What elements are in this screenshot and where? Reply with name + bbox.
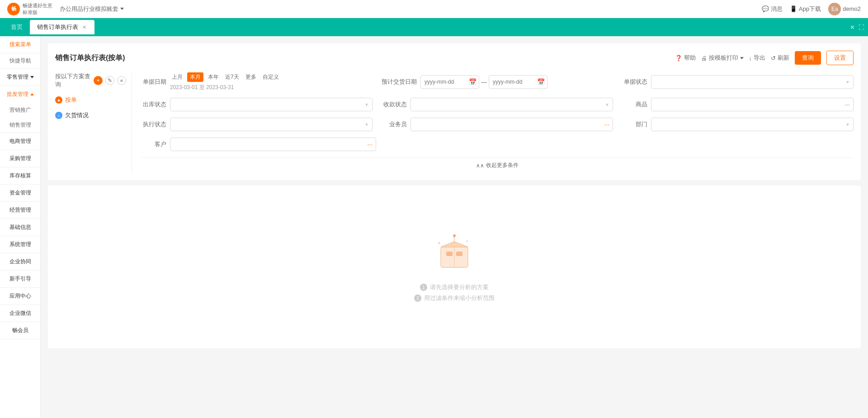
expected-date-group: 📅 — 📅 bbox=[420, 75, 547, 89]
filter-panel: 单据日期 上月 本月 本年 近7天 更多 自定义 bbox=[132, 72, 854, 173]
sidebar-item-inventory[interactable]: 库存核算 bbox=[0, 167, 40, 185]
expected-date-from-wrapper: 📅 bbox=[420, 75, 479, 89]
add-scheme-btn[interactable]: + bbox=[94, 76, 103, 85]
tab-sales-order[interactable]: 销售订单执行表 ✕ bbox=[30, 20, 94, 34]
sidebar-item-enterprise[interactable]: 企业协同 bbox=[0, 253, 40, 271]
export-btn[interactable]: ↓ 导出 bbox=[749, 54, 766, 62]
sidebar-item-finance[interactable]: 资金管理 bbox=[0, 185, 40, 202]
tab-home[interactable]: 首页 bbox=[4, 20, 30, 34]
filter-expected-date: 预计交货日期 📅 — 📅 bbox=[382, 75, 613, 89]
date-tag-more[interactable]: 更多 bbox=[244, 72, 258, 82]
filter-row-2: 出库状态 ▼ 收款状态 bbox=[141, 98, 854, 111]
status-select[interactable] bbox=[651, 75, 854, 89]
hint-num-1: 1 bbox=[420, 284, 427, 291]
sidebar: 搜索菜单 快捷导航 零售管理 批发管理 营销推广 销售管理 电商管理 bbox=[0, 36, 41, 418]
calendar-to-icon: 📅 bbox=[537, 78, 545, 86]
page-header-card: 销售订单执行表(按单) ❓ 帮助 🖨 按模板打印 ↓ bbox=[48, 43, 861, 180]
goods-label: 商品 bbox=[622, 100, 647, 109]
payment-status-select[interactable] bbox=[410, 98, 613, 111]
sidebar-item-wechat[interactable]: 企业微信 bbox=[0, 305, 40, 322]
content-area: 销售订单执行表(按单) ❓ 帮助 🖨 按模板打印 ↓ bbox=[41, 36, 868, 418]
sidebar-item-members[interactable]: 畅会员 bbox=[0, 322, 40, 339]
avatar: Ea bbox=[828, 3, 841, 15]
tab-bar: 首页 销售订单执行表 ✕ ✕ ⛶ bbox=[0, 18, 868, 36]
refresh-btn[interactable]: ↺ 刷新 bbox=[771, 54, 789, 62]
tab-expand-icon[interactable]: ⛶ bbox=[859, 24, 864, 31]
goods-input[interactable] bbox=[651, 98, 854, 111]
date-tag-last-month[interactable]: 上月 bbox=[170, 72, 184, 82]
salesperson-input[interactable] bbox=[410, 118, 613, 131]
chevron-up-icon bbox=[30, 93, 34, 95]
empty-illustration: ✦ ✦ bbox=[432, 229, 477, 274]
filter-layout: 按以下方案查询 + ✎ « ● 按单 ○ bbox=[55, 72, 854, 173]
delivery-status-label: 出库状态 bbox=[141, 100, 166, 109]
filter-exec-status: 执行状态 ▼ bbox=[141, 118, 373, 131]
sidebar-item-app-center[interactable]: 应用中心 bbox=[0, 288, 40, 305]
left-panel-header: 按以下方案查询 + ✎ « bbox=[55, 72, 126, 89]
sidebar-item-newbie[interactable]: 新手引导 bbox=[0, 271, 40, 288]
goods-control: ··· bbox=[651, 98, 854, 111]
sidebar-item-retail[interactable]: 零售管理 bbox=[0, 69, 40, 86]
print-dropdown-icon bbox=[740, 57, 744, 59]
customer-more-icon[interactable]: ··· bbox=[367, 141, 373, 148]
main-layout: 搜索菜单 快捷导航 零售管理 批发管理 营销推广 销售管理 电商管理 bbox=[0, 36, 868, 418]
date-separator: — bbox=[481, 79, 487, 86]
sidebar-item-base-info[interactable]: 基础信息 bbox=[0, 219, 40, 236]
sidebar-item-marketing[interactable]: 营销推广 bbox=[0, 103, 40, 118]
date-tag-custom[interactable]: 自定义 bbox=[261, 72, 281, 82]
tab-bar-right: ✕ ⛶ bbox=[850, 24, 864, 31]
tab-close-icon[interactable]: ✕ bbox=[81, 24, 87, 30]
customer-input[interactable] bbox=[170, 138, 376, 151]
company-selector[interactable]: 办公用品行业模拟账套 bbox=[56, 3, 127, 15]
top-header: 畅 畅捷通好生意 标准版 办公用品行业模拟账套 💬 消息 📱 App下载 Ea … bbox=[0, 0, 868, 18]
date-control: 上月 本月 本年 近7天 更多 自定义 2023-03-01 至 2023-03… bbox=[170, 72, 373, 91]
salesperson-label: 业务员 bbox=[382, 120, 407, 128]
date-tag-this-month[interactable]: 本月 bbox=[187, 72, 203, 82]
customer-label: 客户 bbox=[141, 140, 166, 148]
sidebar-item-procurement[interactable]: 采购管理 bbox=[0, 150, 40, 167]
query-btn[interactable]: 查询 bbox=[795, 51, 821, 65]
collapse-panel-btn[interactable]: « bbox=[117, 76, 126, 85]
dept-select[interactable] bbox=[651, 118, 854, 131]
sidebar-item-sales[interactable]: 销售管理 bbox=[0, 118, 40, 133]
date-range-display: 2023-03-01 至 2023-03-31 bbox=[170, 84, 373, 91]
sidebar-item-wholesale[interactable]: 批发管理 bbox=[0, 86, 40, 103]
sidebar-item-operations[interactable]: 经营管理 bbox=[0, 202, 40, 219]
user-profile[interactable]: Ea demo2 bbox=[828, 3, 861, 15]
delivery-status-select[interactable] bbox=[170, 98, 373, 111]
print-btn[interactable]: 🖨 按模板打印 bbox=[701, 54, 744, 62]
svg-marker-1 bbox=[441, 242, 468, 247]
date-tag-7days[interactable]: 近7天 bbox=[223, 72, 241, 82]
page-title: 销售订单执行表(按单) bbox=[55, 53, 125, 63]
app-download-btn[interactable]: 📱 App下载 bbox=[790, 5, 821, 13]
collapse-btn[interactable]: ∧∧ 收起更多条件 bbox=[476, 162, 519, 169]
salesperson-more-icon[interactable]: ··· bbox=[604, 121, 609, 128]
calendar-from-icon: 📅 bbox=[469, 78, 476, 86]
svg-rect-4 bbox=[456, 252, 462, 256]
message-btn[interactable]: 💬 消息 bbox=[762, 5, 783, 13]
goods-more-icon[interactable]: ··· bbox=[844, 101, 850, 108]
settings-btn[interactable]: 设置 bbox=[826, 51, 854, 65]
sidebar-search[interactable]: 搜索菜单 bbox=[0, 36, 40, 53]
date-label: 单据日期 bbox=[141, 78, 166, 86]
help-icon: ❓ bbox=[675, 55, 682, 62]
sidebar-item-system[interactable]: 系统管理 bbox=[0, 236, 40, 253]
page-actions: ❓ 帮助 🖨 按模板打印 ↓ 导出 ↺ bbox=[675, 51, 854, 65]
edit-scheme-btn[interactable]: ✎ bbox=[105, 76, 114, 85]
sidebar-quick-nav[interactable]: 快捷导航 bbox=[0, 53, 40, 69]
nav-item-shortage[interactable]: ○ 欠货情况 bbox=[55, 108, 126, 123]
date-tags: 上月 本月 本年 近7天 更多 自定义 bbox=[170, 72, 373, 82]
sidebar-item-ecommerce[interactable]: 电商管理 bbox=[0, 133, 40, 150]
sidebar-group-wholesale: 批发管理 营销推广 销售管理 bbox=[0, 86, 40, 133]
dept-label: 部门 bbox=[622, 120, 647, 128]
date-tag-this-year[interactable]: 本年 bbox=[206, 72, 221, 82]
exec-status-select[interactable] bbox=[170, 118, 373, 131]
exec-status-label: 执行状态 bbox=[141, 120, 166, 128]
filter-row-4: 客户 ··· bbox=[141, 138, 854, 151]
help-btn[interactable]: ❓ 帮助 bbox=[675, 54, 696, 62]
tab-minimize-icon[interactable]: ✕ bbox=[850, 24, 855, 31]
customer-control: ··· bbox=[170, 138, 376, 151]
nav-item-by-order[interactable]: ● 按单 bbox=[55, 92, 126, 108]
expected-date-label: 预计交货日期 bbox=[382, 78, 417, 86]
export-icon: ↓ bbox=[749, 55, 752, 62]
